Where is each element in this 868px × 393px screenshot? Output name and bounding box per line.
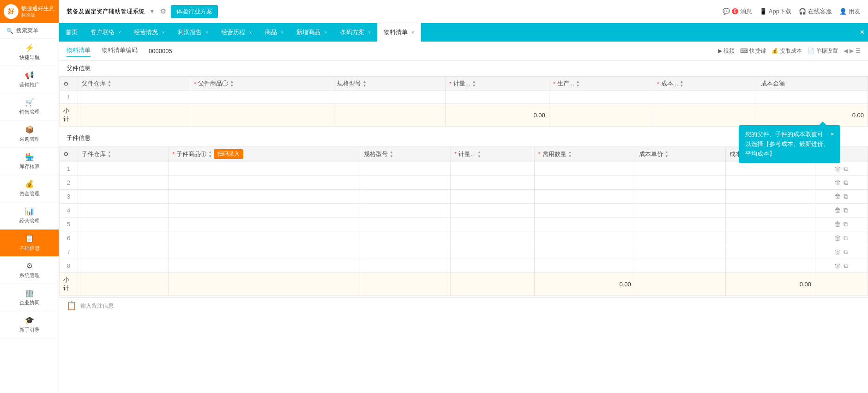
online-service-button[interactable]: 🎧 在线客服 (799, 7, 832, 16)
child-row-8-goods[interactable] (169, 259, 360, 273)
tab-goods-close[interactable]: × (281, 30, 283, 35)
child-row-3-unit[interactable] (451, 190, 534, 204)
child-row-3-spec[interactable] (360, 190, 450, 204)
child-row-6-goods[interactable] (169, 231, 360, 245)
child-row-7-delete[interactable]: 🗑 (834, 248, 841, 256)
child-unit-sort[interactable]: ▲▼ (477, 150, 481, 158)
child-row-3-warehouse[interactable] (78, 190, 169, 204)
child-row-2-copy[interactable]: ⧉ (844, 179, 848, 187)
child-row-6-delete[interactable]: 🗑 (834, 234, 841, 242)
parent-produce-sort[interactable]: ▲▼ (576, 79, 580, 88)
sidebar-item-basic[interactable]: 📋 基础信息 (0, 230, 59, 257)
parent-goods-sort[interactable]: ▲▼ (230, 79, 234, 88)
app-download-button[interactable]: 📱 App下载 (760, 7, 791, 16)
child-row-6-qty[interactable] (534, 231, 635, 245)
child-col-settings[interactable]: ⚙ (60, 146, 78, 162)
shortcut-action[interactable]: ⌨ 快捷键 (740, 47, 766, 55)
child-row-2-spec[interactable] (360, 176, 450, 190)
child-row-8-delete[interactable]: 🗑 (834, 262, 841, 270)
experience-button[interactable]: 体验行业方案 (171, 5, 218, 18)
child-row-4-unit-cost[interactable] (635, 204, 725, 218)
message-button[interactable]: 💬 6 消息 (723, 7, 752, 16)
video-action[interactable]: ▶ 视频 (718, 47, 735, 55)
child-qty-sort[interactable]: ▲▼ (568, 150, 572, 158)
child-row-1-delete[interactable]: 🗑 (834, 165, 841, 173)
child-row-5-copy[interactable]: ⧉ (844, 220, 848, 228)
child-row-4-warehouse[interactable] (78, 204, 169, 218)
settings-icon[interactable]: ⚙ (160, 7, 166, 16)
tab-bom[interactable]: 物料清单 × (377, 23, 421, 42)
bottom-text[interactable]: 输入备注信息 (80, 302, 114, 310)
tab-customers-close[interactable]: × (118, 30, 121, 35)
child-row-4-copy[interactable]: ⧉ (844, 206, 848, 214)
tab-barcode-close[interactable]: × (368, 30, 371, 35)
child-row-2-unit[interactable] (451, 176, 534, 190)
tab-close-all[interactable]: × (856, 28, 868, 36)
sidebar-item-finance[interactable]: 💰 资金管理 (0, 175, 59, 202)
child-row-4-spec[interactable] (360, 204, 450, 218)
child-row-6-spec[interactable] (360, 231, 450, 245)
tab-profit[interactable]: 利润报告 × (171, 23, 215, 42)
sidebar-item-sales[interactable]: 🛒 销售管理 (0, 93, 59, 121)
child-row-5-spec[interactable] (360, 218, 450, 231)
tab-barcode[interactable]: 条码方案 × (334, 23, 377, 42)
child-row-1-goods[interactable] (169, 162, 360, 176)
child-row-2-unit-cost[interactable] (635, 176, 725, 190)
child-row-6-unit-cost[interactable] (635, 231, 725, 245)
tab-bom-close[interactable]: × (411, 30, 414, 35)
child-spec-sort[interactable]: ▲▼ (390, 150, 393, 158)
parent-spec-sort[interactable]: ▲▼ (363, 79, 367, 88)
child-row-7-unit[interactable] (451, 245, 534, 259)
child-row-3-qty[interactable] (534, 190, 635, 204)
parent-cost-sort[interactable]: ▲▼ (680, 79, 684, 88)
child-row-1-warehouse[interactable] (78, 162, 169, 176)
search-nav-item[interactable]: 🔍 搜索菜单 (0, 23, 59, 39)
child-row-2-warehouse[interactable] (78, 176, 169, 190)
child-row-4-qty[interactable] (534, 204, 635, 218)
tab-profit-close[interactable]: × (205, 30, 208, 35)
parent-row-1-cost[interactable] (653, 91, 757, 104)
sidebar-item-inventory[interactable]: 🏪 库存核算 (0, 148, 59, 175)
sidebar-item-quicknav[interactable]: ⚡ 快捷导航 (0, 39, 59, 66)
child-row-1-unit[interactable] (451, 162, 534, 176)
child-unit-cost-sort[interactable]: ▲▼ (665, 150, 669, 158)
parent-row-1-warehouse[interactable] (78, 91, 190, 104)
parent-row-1-goods[interactable] (190, 91, 333, 104)
parent-warehouse-sort[interactable]: ▲▼ (108, 79, 111, 88)
parent-row-1-produce[interactable] (549, 91, 653, 104)
tab-history-close[interactable]: × (249, 30, 252, 35)
sidebar-item-purchase[interactable]: 📦 采购管理 (0, 121, 59, 148)
sub-tab-bom-code[interactable]: 物料清单编码 (102, 44, 138, 57)
child-row-7-unit-cost[interactable] (635, 245, 725, 259)
scan-button[interactable]: 扫码录入 (214, 149, 243, 159)
child-row-5-delete[interactable]: 🗑 (834, 220, 841, 228)
tab-history[interactable]: 经营历程 × (215, 23, 258, 42)
dropdown-icon[interactable]: ▼ (149, 8, 155, 15)
child-row-5-qty[interactable] (534, 218, 635, 231)
menu-icon[interactable]: ☰ (856, 48, 861, 54)
child-row-5-cost-amount[interactable] (725, 218, 815, 231)
child-row-3-unit-cost[interactable] (635, 190, 725, 204)
tooltip-close-button[interactable]: × (830, 130, 834, 139)
sidebar-item-marketing[interactable]: 📢 营销推广 (0, 66, 59, 93)
doc-settings-action[interactable]: 📄 单据设置 (808, 47, 838, 55)
sidebar-item-system[interactable]: ⚙ 系统管理 (0, 257, 59, 284)
tab-home[interactable]: 首页 (59, 23, 84, 42)
parent-row-1-spec[interactable] (333, 91, 445, 104)
parent-row-1-cost-amount[interactable] (757, 91, 868, 104)
child-row-5-unit-cost[interactable] (635, 218, 725, 231)
child-row-8-warehouse[interactable] (78, 259, 169, 273)
parent-row-1-unit[interactable] (445, 91, 549, 104)
child-row-8-copy[interactable]: ⧉ (844, 262, 848, 270)
sidebar-item-guide[interactable]: 🎓 新手引导 (0, 311, 59, 339)
child-row-7-goods[interactable] (169, 245, 360, 259)
child-row-8-unit[interactable] (451, 259, 534, 273)
sidebar-item-enterprise[interactable]: 🏢 企业协同 (0, 284, 59, 311)
child-row-2-cost-amount[interactable] (725, 176, 815, 190)
child-row-4-cost-amount[interactable] (725, 204, 815, 218)
child-row-4-delete[interactable]: 🗑 (834, 206, 841, 214)
child-row-1-qty[interactable] (534, 162, 635, 176)
child-row-6-unit[interactable] (451, 231, 534, 245)
child-row-5-goods[interactable] (169, 218, 360, 231)
child-row-6-copy[interactable]: ⧉ (844, 234, 848, 242)
